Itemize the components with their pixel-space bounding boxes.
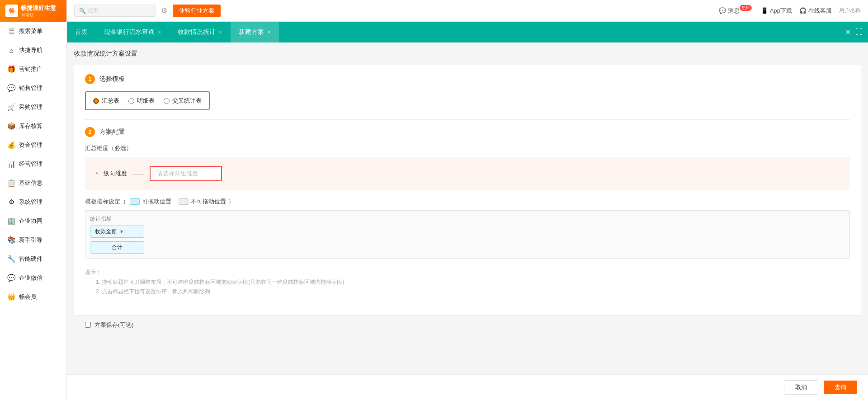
- sidebar-item-quick-nav[interactable]: ⌂ 快捷导航: [0, 41, 66, 60]
- sidebar-item-wechat[interactable]: 💬 企业微信: [0, 268, 66, 287]
- sidebar-item-system[interactable]: ⚙ 系统管理: [0, 193, 66, 212]
- sidebar-item-label: 资金管理: [19, 141, 42, 149]
- tab-home[interactable]: 首页: [67, 22, 96, 42]
- sidebar-item-search-menu[interactable]: ☰ 搜索菜单: [0, 22, 66, 41]
- page-content: 收款情况统计方案设置 1 选择模板 汇总表 明细表: [67, 42, 868, 374]
- info-icon: 📋: [7, 179, 15, 187]
- page-title: 收款情况统计方案设置: [74, 50, 861, 58]
- sidebar-logo: 畅 畅捷通好生意 标准版: [0, 0, 66, 22]
- tab-new-plan[interactable]: 新建方案 ✕: [231, 22, 279, 42]
- footer-bar: 取消 查询: [67, 374, 868, 400]
- indicator-header: 模板指标设定（ 可拖动位置 不可拖动位置 ）: [85, 198, 850, 206]
- sidebar-item-purchase[interactable]: 🛒 采购管理: [0, 98, 66, 117]
- search-placeholder: 搜索: [88, 7, 99, 14]
- legend-movable: 可拖动位置: [130, 198, 171, 206]
- stat-indicators-area: 统计指标 收款金额 ▼ 合计: [85, 210, 850, 259]
- topbar-right: 💬 消息 99+ 📱 App下载 🎧 在线客服 用户名称: [719, 7, 861, 15]
- service-label: 在线客服: [808, 7, 832, 15]
- tab-new-plan-close[interactable]: ✕: [267, 29, 271, 35]
- search-menu-icon: ☰: [7, 27, 15, 35]
- step2-label: 方案配置: [99, 128, 125, 136]
- sidebar-nav: ☰ 搜索菜单 ⌂ 快捷导航 🎁 营销推广 💬 销售管理 🛒 采购管理 📦 库存核…: [0, 22, 66, 400]
- template-cross-radio[interactable]: [164, 98, 170, 104]
- notification-item[interactable]: 💬 消息 99+: [719, 7, 754, 15]
- step1-label: 选择模板: [99, 75, 125, 83]
- tab-receipt-stat-label: 收款情况统计: [178, 28, 216, 36]
- gear-icon: ⚙: [7, 198, 15, 206]
- cart-icon: 🛒: [7, 103, 15, 111]
- search-icon: 🔍: [79, 8, 86, 14]
- step-divider: [85, 119, 850, 120]
- required-star: *: [96, 170, 98, 177]
- summary-dimension-label: 汇总维度（必选）: [85, 144, 850, 152]
- legend-fixed: 不可拖动位置 ）: [179, 198, 234, 206]
- template-summary-option[interactable]: 汇总表: [93, 97, 119, 105]
- sidebar-item-basic-info[interactable]: 📋 基础信息: [0, 174, 66, 193]
- tab-receipt-stat[interactable]: 收款情况统计 ✕: [170, 22, 231, 42]
- indicator-settings-label: 模板指标设定（: [85, 198, 126, 206]
- template-summary-radio[interactable]: [93, 98, 99, 104]
- sidebar-item-label: 销售管理: [19, 84, 42, 92]
- sidebar-item-operation[interactable]: 📊 经营管理: [0, 155, 66, 174]
- vertical-label: 纵向维度: [104, 169, 127, 178]
- box-icon: 📦: [7, 122, 15, 130]
- sidebar-item-label: 经营管理: [19, 160, 42, 168]
- save-option-checkbox[interactable]: [85, 322, 91, 328]
- enterprise-icon: 🏢: [7, 217, 15, 225]
- sidebar-item-smart-hw[interactable]: 🔧 智能硬件: [0, 249, 66, 268]
- sidebar: 畅 畅捷通好生意 标准版 ☰ 搜索菜单 ⌂ 快捷导航 🎁 营销推广 💬 销售管理…: [0, 0, 67, 400]
- sidebar-item-label: 库存核算: [19, 122, 42, 130]
- dimension-select-dropdown[interactable]: 请选择分组维度: [150, 166, 222, 181]
- service-item[interactable]: 🎧 在线客服: [799, 7, 832, 15]
- sidebar-item-label: 基础信息: [19, 179, 42, 187]
- sidebar-item-inventory[interactable]: 📦 库存核算: [0, 117, 66, 136]
- tab-new-plan-label: 新建方案: [239, 28, 264, 36]
- step1-header: 1 选择模板: [85, 74, 850, 84]
- legend-close-paren: ）: [228, 198, 234, 206]
- tips-title: 提示：: [85, 269, 101, 275]
- hardware-icon: 🔧: [7, 255, 15, 263]
- sidebar-item-label: 企业协同: [19, 217, 42, 225]
- trial-button[interactable]: 体验行业方案: [173, 5, 221, 17]
- template-cross-label: 交叉统计表: [172, 97, 202, 105]
- template-detail-radio[interactable]: [128, 98, 134, 104]
- sidebar-item-member[interactable]: 👑 畅会员: [0, 287, 66, 306]
- sidebar-item-newbie[interactable]: 📚 新手引导: [0, 231, 66, 249]
- sidebar-item-sales[interactable]: 💬 销售管理: [0, 79, 66, 98]
- gear-icon[interactable]: ⚙: [161, 6, 167, 15]
- fixed-legend-label: 不可拖动位置: [191, 198, 226, 206]
- template-detail-option[interactable]: 明细表: [128, 97, 155, 105]
- home-icon: ⌂: [7, 47, 15, 54]
- movable-legend-box: [130, 198, 140, 205]
- tab-receipt-stat-close[interactable]: ✕: [218, 29, 222, 35]
- step1-number: 1: [85, 74, 95, 84]
- sidebar-item-enterprise[interactable]: 🏢 企业协同: [0, 212, 66, 231]
- template-cross-option[interactable]: 交叉统计表: [164, 97, 202, 105]
- tabbar-actions: ✕ ⛶: [845, 28, 868, 37]
- query-button[interactable]: 查询: [824, 381, 857, 394]
- sidebar-item-label: 企业微信: [19, 274, 42, 282]
- tabbar: 首页 现金银行流水查询 ✕ 收款情况统计 ✕ 新建方案 ✕ ✕ ⛶: [67, 22, 868, 42]
- username-label: 用户名称: [839, 7, 861, 14]
- message-icon: 💬: [719, 7, 726, 14]
- tab-bank-flow[interactable]: 现金银行流水查询 ✕: [96, 22, 170, 42]
- tab-close-all-icon[interactable]: ✕: [845, 28, 851, 37]
- tab-fullscreen-icon[interactable]: ⛶: [855, 28, 863, 36]
- settings-card: 1 选择模板 汇总表 明细表 交叉统计表: [74, 65, 861, 315]
- tab-bank-flow-close[interactable]: ✕: [157, 29, 161, 35]
- sidebar-item-marketing[interactable]: 🎁 营销推广: [0, 60, 66, 79]
- cancel-button[interactable]: 取消: [784, 380, 818, 395]
- dimension-row: * 纵向维度 —— 请选择分组维度: [96, 166, 839, 181]
- search-box[interactable]: 🔍 搜索: [74, 5, 156, 17]
- step2-number: 2: [85, 127, 95, 137]
- save-option-label: 方案保存(可选): [94, 321, 134, 329]
- indicator-tag-amount[interactable]: 收款金额 ▼: [90, 226, 144, 238]
- download-item[interactable]: 📱 App下载: [761, 7, 792, 15]
- sidebar-item-finance[interactable]: 💰 资金管理: [0, 136, 66, 155]
- sidebar-item-label: 采购管理: [19, 103, 42, 111]
- indicator-tag-label: 收款金额: [95, 228, 117, 235]
- member-icon: 👑: [7, 293, 15, 301]
- download-label: App下载: [770, 7, 792, 15]
- dimension-area: * 纵向维度 —— 请选择分组维度: [85, 157, 850, 190]
- logo-icon: 畅: [5, 5, 18, 17]
